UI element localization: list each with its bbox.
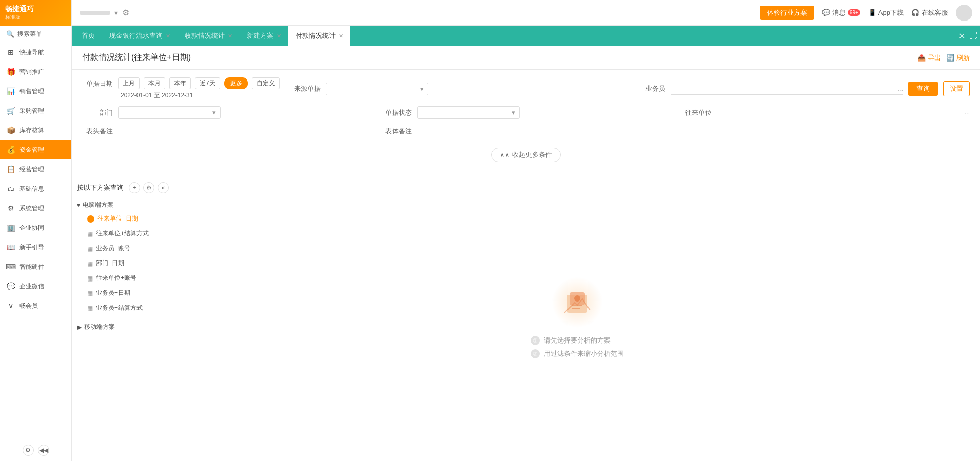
dept-select[interactable]: ▾ [118, 106, 221, 119]
message-action[interactable]: 💬 消息 99+ [822, 8, 860, 17]
settings-button[interactable]: 设置 [943, 81, 970, 96]
tab-bank[interactable]: 现金银行流水查询 ✕ [102, 26, 178, 46]
scheme-collapse-button[interactable]: « [158, 182, 169, 193]
scheme-item-icon-2: ▦ [87, 245, 93, 252]
scheme-mobile-group-title[interactable]: ▶ 移动端方案 [77, 320, 169, 333]
scheme-item-icon-5: ▦ [87, 290, 93, 297]
date-btn-custom[interactable]: 自定义 [252, 77, 280, 89]
tab-payment[interactable]: 付款情况统计 ✕ [288, 26, 350, 46]
scheme-item-label-staff-account: 业务员+账号 [96, 244, 130, 253]
filter-row-1: 单据日期 上月 本月 本年 近7天 更多 自定义 2022-01-01 至 20… [82, 77, 970, 100]
sidebar-item-inventory[interactable]: 📦 库存核算 [0, 121, 71, 140]
tab-new[interactable]: 新建方案 ✕ [240, 26, 288, 46]
sidebar-item-purchase[interactable]: 🛒 采购管理 [0, 101, 71, 121]
marketing-icon: 🎁 [6, 67, 15, 76]
voucher-status-col: 单据状态 ▾ [381, 106, 670, 119]
sidebar-item-hardware[interactable]: ⌨ 智能硬件 [0, 257, 71, 276]
sidebar-item-wechat[interactable]: 💬 企业微信 [0, 276, 71, 296]
body-note-col: 表体备注 [381, 125, 670, 137]
collapse-button[interactable]: ∧∧ 收起更多条件 [491, 148, 561, 162]
tab-close-all-icon[interactable]: ✕ [958, 31, 965, 41]
tab-maximize-icon[interactable]: ⛶ [969, 31, 977, 41]
tab-home[interactable]: 首页 [74, 26, 102, 46]
quick-icon: ⊞ [6, 48, 15, 57]
date-btn-more[interactable]: 更多 [224, 77, 248, 89]
tabbar-actions: ✕ ⛶ [958, 31, 977, 41]
scheme-item-counterpart-settle[interactable]: ▦ 往来单位+结算方式 [77, 226, 169, 241]
member-icon: ∨ [6, 301, 15, 310]
refresh-button[interactable]: 🔄 刷新 [946, 53, 970, 63]
hint-text-2: 用过滤条件来缩小分析范围 [544, 349, 624, 358]
counterpart-ellipsis-icon[interactable]: ... [965, 109, 970, 116]
date-btn-last-month[interactable]: 上月 [118, 77, 140, 89]
voucher-status-select[interactable]: ▾ [417, 106, 520, 119]
scheme-item-counterpart-account[interactable]: ▦ 往来单位+账号 [77, 271, 169, 286]
app-download-action[interactable]: 📱 App下载 [868, 8, 904, 17]
scheme-desktop-label: 电脑端方案 [83, 201, 113, 209]
trial-button[interactable]: 体验行业方案 [760, 6, 814, 20]
topbar-settings-icon[interactable]: ⚙ [122, 8, 129, 17]
scheme-item-counterpart-date[interactable]: 往来单位+日期 [77, 211, 169, 226]
source-select[interactable]: ▾ [326, 83, 428, 95]
topbar-dropdown-icon[interactable]: ▾ [114, 9, 118, 17]
sidebar-item-basic[interactable]: 🗂 基础信息 [0, 179, 71, 198]
empty-hint-1: ① 请先选择要分析的方案 [531, 336, 624, 345]
filter-panel: 单据日期 上月 本月 本年 近7天 更多 自定义 2022-01-01 至 20… [72, 70, 980, 174]
tab-receipt-close-icon[interactable]: ✕ [228, 33, 232, 39]
sidebar-item-member[interactable]: ∨ 畅会员 [0, 296, 71, 315]
query-button[interactable]: 查询 [908, 82, 938, 96]
scheme-settings-button[interactable]: ⚙ [143, 182, 154, 193]
scheme-item-label-staff-settle: 业务员+结算方式 [96, 304, 143, 312]
scheme-item-icon-3: ▦ [87, 260, 93, 267]
scheme-item-staff-settle[interactable]: ▦ 业务员+结算方式 [77, 300, 169, 315]
tab-bank-close-icon[interactable]: ✕ [166, 33, 170, 39]
sidebar-item-label-inventory: 库存核算 [19, 126, 44, 135]
service-action[interactable]: 🎧 在线客服 [911, 8, 948, 17]
sidebar-item-operation[interactable]: 📋 经营管理 [0, 159, 71, 179]
sidebar-item-coop[interactable]: 🏢 企业协同 [0, 218, 71, 237]
scheme-item-label-counterpart-account: 往来单位+账号 [96, 274, 136, 283]
sidebar-item-quick[interactable]: ⊞ 快捷导航 [0, 43, 71, 62]
content-body: 按以下方案查询 + ⚙ « ▾ 电脑端方案 往来单位+日期 ▦ [72, 174, 980, 461]
sidebar-item-label-quick: 快捷导航 [19, 48, 44, 57]
add-scheme-button[interactable]: + [129, 182, 140, 193]
header-note-label: 表头备注 [82, 127, 113, 136]
scheme-item-label-dept-date: 部门+日期 [96, 259, 124, 268]
date-options: 上月 本月 本年 近7天 更多 自定义 [118, 77, 280, 89]
sidebar-collapse-button[interactable]: ◀◀ [38, 445, 49, 456]
sidebar-item-sales[interactable]: 📊 销售管理 [0, 82, 71, 101]
logo-version: 标准版 [5, 14, 34, 21]
sidebar-settings-button[interactable]: ⚙ [23, 445, 34, 456]
sidebar-item-marketing[interactable]: 🎁 营销推广 [0, 62, 71, 82]
scheme-item-dept-date[interactable]: ▦ 部门+日期 [77, 256, 169, 271]
tab-receipt[interactable]: 收款情况统计 ✕ [178, 26, 240, 46]
tab-new-close-icon[interactable]: ✕ [277, 33, 281, 39]
export-button[interactable]: 📤 导出 [917, 53, 941, 63]
header-note-input[interactable] [118, 125, 371, 137]
sidebar-item-guide[interactable]: 📖 新手引导 [0, 237, 71, 257]
system-icon: ⚙ [6, 204, 15, 213]
date-btn-7days[interactable]: 近7天 [195, 77, 220, 89]
body-note-input[interactable] [417, 125, 670, 137]
voucher-status-dropdown-icon: ▾ [512, 109, 515, 116]
avatar[interactable] [956, 5, 972, 21]
scheme-item-staff-account[interactable]: ▦ 业务员+账号 [77, 241, 169, 256]
guide-icon: 📖 [6, 243, 15, 252]
hint-num-1: ① [531, 336, 540, 345]
date-btn-this-month[interactable]: 本月 [144, 77, 165, 89]
sidebar-item-capital[interactable]: 💰 资金管理 [0, 140, 71, 159]
sidebar-item-system[interactable]: ⚙ 系统管理 [0, 198, 71, 218]
tab-payment-close-icon[interactable]: ✕ [339, 33, 343, 39]
sidebar: 畅捷通巧 标准版 🔍 搜索菜单 ⊞ 快捷导航 🎁 营销推广 📊 销售管理 🛒 采… [0, 0, 72, 461]
sidebar-item-label-wechat: 企业微信 [19, 282, 44, 291]
body-note-label: 表体备注 [381, 127, 412, 136]
scheme-item-staff-date[interactable]: ▦ 业务员+日期 [77, 286, 169, 300]
date-btn-this-year[interactable]: 本年 [169, 77, 191, 89]
tab-payment-label: 付款情况统计 [296, 31, 336, 41]
search-icon: 🔍 [6, 30, 14, 38]
sidebar-item-label-coop: 企业协同 [19, 224, 44, 232]
staff-ellipsis-icon[interactable]: ... [898, 85, 903, 92]
scheme-desktop-group-title[interactable]: ▾ 电脑端方案 [77, 198, 169, 211]
logo-text: 畅捷通巧 [5, 5, 34, 14]
search-menu[interactable]: 🔍 搜索菜单 [0, 26, 71, 43]
